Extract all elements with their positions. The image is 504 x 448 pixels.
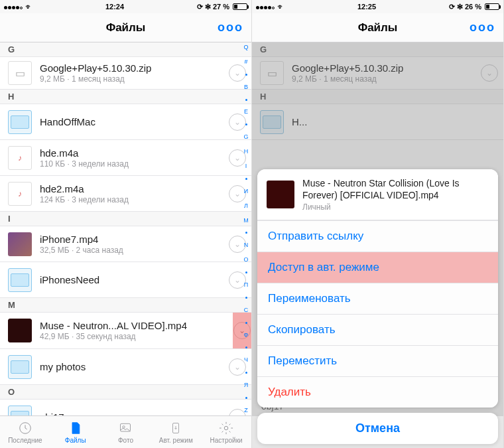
index-letter[interactable]: Ч	[244, 357, 248, 363]
index-letter[interactable]: С	[244, 307, 249, 313]
sheet-file-title: Muse - Neutron Star Collision (Love Is F…	[302, 177, 489, 201]
audio-icon: ♪	[8, 146, 32, 170]
row-title: iPhone7.mp4	[40, 234, 229, 245]
cancel-button[interactable]: Отмена	[257, 413, 498, 444]
tab-label: Настройки	[210, 437, 243, 444]
table-row[interactable]: obj17⌄	[0, 400, 251, 415]
index-letter[interactable]	[245, 372, 247, 374]
table-row[interactable]: ▭Google+Play+5.10.30.zip9,2 МБ · 1 месяц…	[0, 57, 251, 90]
wifi-icon: ᯤ	[277, 3, 284, 11]
sheet-item-share-link[interactable]: Отправить ссылку	[257, 220, 498, 252]
index-letter[interactable]	[245, 271, 247, 273]
row-title: hde.m4a	[40, 147, 229, 159]
index-letter[interactable]	[245, 297, 247, 299]
index-letter[interactable]	[245, 178, 247, 180]
row-title: iPhonesNeed	[40, 274, 229, 285]
row-subtitle: 9,2 МБ · 1 месяц назад	[40, 74, 229, 84]
battery-icon	[485, 3, 499, 10]
row-title: Google+Play+5.10.30.zip	[40, 62, 229, 74]
row-title: hde2.m4a	[40, 183, 229, 194]
tab-settings[interactable]: Настройки	[201, 416, 251, 448]
row-title: Muse - Neutron...AL VIDEO].mp4	[40, 320, 233, 331]
sheet-item-move[interactable]: Переместить	[257, 345, 498, 376]
battery-pct: 26 %	[465, 3, 481, 11]
page-title: Файлы	[106, 21, 146, 35]
tab-label: Фото	[118, 437, 133, 444]
page-title: Файлы	[358, 21, 398, 35]
table-row[interactable]: iPhonesNeed⌄	[0, 262, 251, 298]
index-letter[interactable]: G	[243, 134, 248, 140]
index-letter[interactable]: N	[244, 242, 249, 248]
index-letter[interactable]	[245, 74, 247, 76]
index-letter[interactable]: И	[244, 188, 248, 194]
index-letter[interactable]	[245, 232, 247, 234]
more-button[interactable]: ooo	[218, 21, 243, 35]
table-row[interactable]: ♪hde2.m4a124 КБ · 3 недели назад⌄	[0, 176, 251, 212]
section-index[interactable]: Q#BEGHIИЛMNOПСФЧЯZ	[241, 43, 251, 415]
index-letter[interactable]: I	[245, 163, 247, 169]
row-title: HandOffMac	[40, 116, 229, 127]
battery-pct: 27 %	[213, 3, 229, 11]
section-header: H	[0, 90, 251, 104]
index-letter[interactable]	[245, 322, 247, 324]
index-letter[interactable]	[245, 123, 247, 125]
folder-icon	[8, 268, 32, 292]
table-row[interactable]: iPhone7.mp432,5 МБ · 2 часа назад⌄	[0, 226, 251, 262]
settings-icon	[218, 421, 234, 435]
video-thumbnail	[267, 181, 294, 208]
index-letter[interactable]: Ф	[244, 333, 249, 338]
tab-files[interactable]: Файлы	[50, 416, 101, 448]
nav-bar: Файлы ooo	[252, 13, 503, 42]
wifi-icon: ᯤ	[25, 3, 32, 11]
index-letter[interactable]: H	[244, 149, 249, 155]
table-row[interactable]: ♪hde.m4a110 КБ · 3 недели назад⌄	[0, 140, 251, 176]
folder-icon	[8, 110, 32, 134]
file-zip-icon: ▭	[8, 61, 32, 85]
index-letter[interactable]: Я	[244, 382, 249, 388]
orientation-lock-icon: ⟳	[449, 3, 455, 11]
index-letter[interactable]	[245, 99, 247, 101]
section-header: M	[0, 298, 251, 313]
action-sheet: Muse - Neutron Star Collision (Love Is F…	[257, 169, 498, 444]
row-subtitle: 42,9 МБ · 35 секунд назад	[40, 332, 233, 341]
index-letter[interactable]: B	[244, 84, 248, 90]
screen-left: ᯤ 12:24 ⟳ ✻ 27 % Файлы ooo G▭Google+Play…	[0, 0, 252, 448]
sheet-item-offline-access[interactable]: Доступ в авт. режиме	[257, 252, 498, 283]
folder-icon	[8, 355, 32, 379]
sheet-item-copy[interactable]: Скопировать	[257, 314, 498, 345]
svg-point-4	[224, 426, 228, 430]
table-row[interactable]: Muse - Neutron...AL VIDEO].mp442,9 МБ · …	[0, 313, 251, 349]
sheet-item-delete[interactable]: Удалить	[257, 376, 498, 408]
table-row[interactable]: HandOffMac⌄	[0, 104, 251, 140]
battery-icon	[233, 3, 247, 10]
tab-recent[interactable]: Последние	[0, 416, 50, 448]
index-letter[interactable]	[245, 397, 247, 399]
index-letter[interactable]	[245, 346, 247, 348]
index-letter[interactable]: П	[244, 282, 248, 288]
more-button[interactable]: ooo	[470, 21, 495, 35]
index-letter[interactable]: #	[244, 59, 247, 65]
row-title: my photos	[40, 361, 229, 372]
index-letter[interactable]: O	[243, 257, 248, 263]
tab-photo[interactable]: Фото	[101, 416, 151, 448]
signal-icon	[256, 3, 275, 11]
table-row[interactable]: my photos⌄	[0, 349, 251, 385]
section-header: I	[0, 212, 251, 226]
index-letter[interactable]: Q	[243, 44, 248, 50]
tab-label: Последние	[8, 437, 42, 444]
bluetooth-icon: ✻	[205, 3, 211, 11]
nav-bar: Файлы ooo	[0, 13, 251, 42]
index-letter[interactable]: Л	[244, 203, 248, 209]
screen-right: ᯤ 12:25 ⟳ ✻ 26 % Файлы ooo G ▭ Google+Pl…	[252, 0, 504, 448]
sheet-item-rename[interactable]: Переименовать	[257, 283, 498, 314]
sheet-header: Muse - Neutron Star Collision (Love Is F…	[257, 169, 498, 220]
tab-offline[interactable]: Авт. режим	[151, 416, 201, 448]
index-letter[interactable]: Z	[244, 408, 248, 413]
audio-icon: ♪	[8, 182, 32, 206]
tab-bar: ПоследниеФайлыФотоАвт. режимНастройки	[0, 415, 251, 448]
signal-icon	[4, 3, 23, 11]
file-list[interactable]: G▭Google+Play+5.10.30.zip9,2 МБ · 1 меся…	[0, 42, 251, 415]
sheet-file-subtitle: Личный	[302, 202, 489, 212]
index-letter[interactable]: E	[244, 109, 248, 115]
index-letter[interactable]: M	[243, 218, 249, 224]
